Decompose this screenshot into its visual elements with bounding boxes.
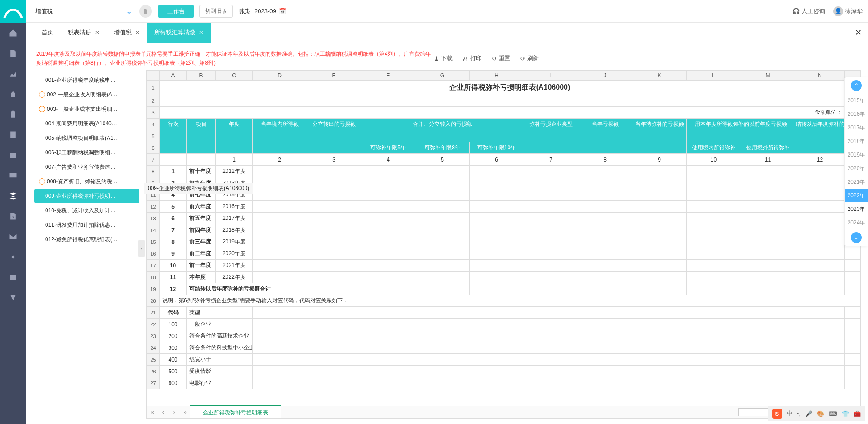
close-icon[interactable]: ✕: [135, 29, 140, 36]
row-header[interactable]: 18: [147, 272, 160, 283]
cell[interactable]: 分立转出的亏损额: [307, 119, 361, 130]
download-button[interactable]: ⤓下载: [434, 54, 453, 62]
tree-item[interactable]: !003-一般企业成本支出明细…: [34, 102, 139, 116]
cell[interactable]: [361, 283, 415, 295]
cell[interactable]: [632, 272, 687, 283]
cell[interactable]: 当年待弥补的亏损额: [632, 119, 687, 130]
cell[interactable]: [741, 201, 795, 212]
row-header[interactable]: 27: [147, 377, 160, 389]
row-header[interactable]: 19: [147, 283, 160, 295]
cell[interactable]: [253, 213, 307, 224]
cell[interactable]: 前一年度: [187, 260, 216, 271]
consult-link[interactable]: 🎧 人工咨询: [793, 7, 825, 15]
cell[interactable]: [253, 130, 307, 142]
col-header[interactable]: M: [741, 71, 795, 80]
row-header[interactable]: 17: [147, 260, 160, 271]
row-header[interactable]: 4: [147, 119, 160, 130]
cell[interactable]: [741, 272, 795, 283]
cell[interactable]: [632, 224, 687, 236]
year-option[interactable]: 2021年: [845, 175, 868, 189]
cell[interactable]: [470, 283, 524, 295]
cell[interactable]: [524, 272, 578, 283]
user-menu[interactable]: 👤 徐泽华: [833, 6, 863, 16]
cell[interactable]: [470, 272, 524, 283]
cell[interactable]: [470, 224, 524, 236]
tree-item[interactable]: 006-职工薪酬纳税调整明细…: [34, 145, 139, 160]
cell[interactable]: [687, 260, 741, 271]
cell[interactable]: [470, 201, 524, 212]
cell[interactable]: 11: [160, 272, 187, 283]
cell[interactable]: [741, 189, 795, 200]
cell[interactable]: 9: [632, 154, 687, 165]
cell[interactable]: [578, 189, 632, 200]
cell[interactable]: [253, 224, 307, 236]
cell[interactable]: [632, 177, 687, 189]
cell[interactable]: 线宽小于: [187, 354, 253, 365]
cell[interactable]: 8: [578, 154, 632, 165]
tree-item[interactable]: 007-广告费和业务宣传费跨…: [34, 160, 139, 174]
cell[interactable]: [160, 142, 187, 153]
cell[interactable]: [253, 177, 307, 189]
year-option[interactable]: 2015年: [845, 94, 868, 107]
company-select[interactable]: 增值税 ⌄: [32, 4, 136, 19]
cell[interactable]: [632, 142, 687, 153]
cell[interactable]: 6: [470, 154, 524, 165]
cell[interactable]: [632, 248, 687, 259]
cell[interactable]: [187, 142, 216, 153]
year-option[interactable]: 2017年: [845, 121, 868, 134]
cell[interactable]: [470, 213, 524, 224]
cell[interactable]: 当年亏损额: [578, 119, 632, 130]
tree-item[interactable]: 012-减免所得税优惠明细表(…: [34, 232, 139, 247]
cell[interactable]: [795, 142, 845, 153]
cell[interactable]: [578, 260, 632, 271]
reset-button[interactable]: ↺重置: [492, 54, 510, 62]
cell[interactable]: 12: [160, 283, 187, 295]
cell[interactable]: [361, 260, 415, 271]
cell[interactable]: [687, 213, 741, 224]
cell[interactable]: 8: [160, 236, 187, 248]
row-header[interactable]: 24: [147, 342, 160, 353]
cell[interactable]: 2022年度: [216, 272, 253, 283]
row-header[interactable]: 15: [147, 236, 160, 248]
cell[interactable]: [524, 177, 578, 189]
period-value[interactable]: 2023-09: [255, 8, 276, 14]
tree-item[interactable]: 004-期间费用明细表(A1040…: [34, 116, 139, 131]
cell[interactable]: [307, 224, 361, 236]
tab-vat[interactable]: 增值税✕: [107, 23, 147, 43]
sheet-body[interactable]: 1企业所得税弥补亏损明细表(A106000)23金额单位：4行次项目年度当年境内…: [147, 81, 860, 405]
cell[interactable]: [741, 177, 795, 189]
cell[interactable]: [524, 166, 578, 177]
cell[interactable]: [578, 177, 632, 189]
cell[interactable]: 当年境内所得额: [253, 119, 307, 130]
cell[interactable]: [632, 236, 687, 248]
cell[interactable]: [795, 166, 845, 177]
cell[interactable]: [795, 213, 845, 224]
tree-item[interactable]: 009-企业所得税弥补亏损明…: [34, 189, 139, 203]
nav-chart-icon[interactable]: [0, 63, 26, 84]
cell[interactable]: [687, 283, 741, 295]
cell[interactable]: 使用境内所得弥补: [687, 142, 741, 153]
cell[interactable]: [307, 283, 361, 295]
switch-old-button[interactable]: 切到旧版: [199, 5, 233, 18]
cell[interactable]: [415, 248, 470, 259]
cell[interactable]: [187, 154, 216, 165]
close-icon[interactable]: ✕: [95, 29, 99, 36]
cell[interactable]: [307, 213, 361, 224]
cell[interactable]: [632, 260, 687, 271]
cell[interactable]: [307, 130, 361, 142]
cell[interactable]: 9: [160, 248, 187, 259]
cell[interactable]: [361, 189, 415, 200]
cell[interactable]: 500: [160, 366, 187, 377]
workbench-button[interactable]: 工作台: [158, 5, 194, 18]
cell[interactable]: [187, 130, 216, 142]
col-header[interactable]: D: [253, 71, 307, 80]
row-header[interactable]: 6: [147, 142, 160, 153]
cell[interactable]: [307, 166, 361, 177]
cell[interactable]: [415, 272, 470, 283]
cell[interactable]: [307, 177, 361, 189]
cell[interactable]: [307, 260, 361, 271]
cell[interactable]: 前三年度: [187, 236, 216, 248]
cell[interactable]: [795, 177, 845, 189]
cell[interactable]: 2021年度: [216, 260, 253, 271]
ime-keyboard-icon[interactable]: ⌨: [829, 410, 837, 417]
